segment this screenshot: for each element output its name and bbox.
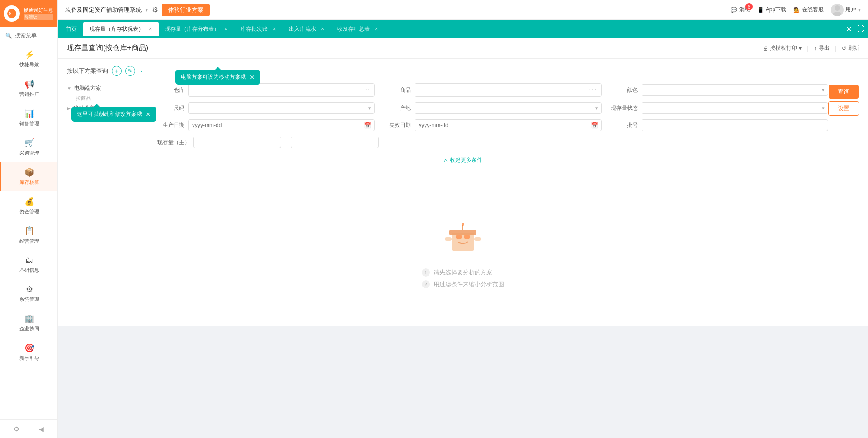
arrow-icon2: ▶ [67,106,71,111]
filter-edit-btn[interactable]: ✎ [125,66,135,76]
sidebar-item-purchase[interactable]: 🛒 采购管理 [0,132,57,162]
sidebar-item-system[interactable]: ⚙ 系统管理 [0,279,57,308]
product-label: 商品 [384,86,411,94]
sidebar-item-basic[interactable]: 🗂 基础信息 [0,250,57,279]
tab-close-inout-flow[interactable]: ✕ [321,26,325,32]
tab-inout-flow[interactable]: 出入库流水 ✕ [283,22,331,36]
search-menu-btn[interactable]: 🔍 搜索菜单 [5,32,52,39]
header-settings-icon[interactable]: ⚙ [152,5,158,14]
product-input[interactable]: ··· [415,83,601,97]
inventory-icon: 📦 [24,167,34,177]
reset-button[interactable]: 设置 [828,101,859,116]
collapse-bar[interactable]: ∧ 收起更多条件 [67,152,859,169]
system-dropdown-icon[interactable]: ▾ [145,6,148,13]
message-badge: 6 [745,3,753,10]
size-label: 尺码 [157,104,184,112]
tab-close-inventory-batch[interactable]: ✕ [272,26,276,32]
range-sep: — [283,139,289,146]
tooltip2-close[interactable]: ✕ [146,111,151,118]
tab-close-inventory-status[interactable]: ✕ [148,26,152,32]
settings-footer-icon[interactable]: ⚙ [14,425,19,433]
tab-fullscreen-btn[interactable]: ⛶ [855,23,866,35]
collapse-icon: ∧ [443,157,448,163]
sidebar-item-marketing[interactable]: 📢 营销推广 [0,74,57,103]
prod-date-calendar-icon[interactable]: 📅 [364,122,371,129]
sidebar-item-guide[interactable]: 🎯 新手引导 [0,338,57,367]
step1-text: 请先选择要分析的方案 [434,267,492,278]
basic-icon: 🗂 [25,255,33,265]
stock-qty-max-input[interactable] [291,137,378,148]
sidebar-item-operations[interactable]: 📋 经营管理 [0,221,57,250]
svg-point-0 [7,9,16,18]
expire-date-label: 失效日期 [384,122,411,129]
sidebar-search[interactable]: 🔍 搜索菜单 [0,27,57,44]
refresh-btn[interactable]: ↺ 刷新 [842,44,859,52]
collapse-sidebar-btn[interactable]: ◀ [39,425,44,433]
tab-close-inventory-dist[interactable]: ✕ [224,26,228,32]
sidebar-item-enterprise[interactable]: 🏢 企业协同 [0,308,57,338]
logo-badge: 标准版 [24,14,53,20]
stock-status-label: 现存量状态 [611,104,638,112]
warehouse-input[interactable]: ··· [188,83,375,97]
print-btn[interactable]: 🖨 按模板打印 ▾ [763,44,802,52]
divider1: | [807,45,808,52]
page-content: 现存量查询(按仓库+商品) 🖨 按模板打印 ▾ | ↑ 导出 | ↺ 刷新 [58,38,868,438]
sidebar-item-inventory[interactable]: 📦 库存核算 [0,162,57,191]
tab-bar: 首页 现存量（库存状况表） ✕ 现存量（库存分布表） ✕ 库存批次账 ✕ 出入库… [58,20,868,38]
tooltip-scheme-edit: 这里可以创建和修改方案哦 ✕ [71,107,156,122]
sidebar-item-quicknav[interactable]: ⚡ 快捷导航 [0,44,57,74]
quicknav-icon: ⚡ [24,50,34,60]
enterprise-icon: 🏢 [24,314,34,324]
tab-home-label: 首页 [66,25,77,33]
prod-date-input[interactable] [188,119,375,131]
filter-row-2: 尺码 产地 现存量状态 [157,102,828,114]
user-label: 用户 [845,6,856,14]
tooltip1-close[interactable]: ✕ [250,74,255,81]
tab-receipt-summary[interactable]: 收发存汇总表 ✕ [331,22,385,36]
app-download-btn[interactable]: 📱 App下载 [757,6,786,14]
tab-close-receipt-summary[interactable]: ✕ [374,26,378,32]
export-btn[interactable]: ↑ 导出 [814,44,830,52]
filter-field-origin: 产地 [384,102,601,114]
stock-status-select[interactable] [642,102,828,114]
sidebar-item-sales[interactable]: 📊 销售管理 [0,103,57,132]
filter-back-btn[interactable]: ← [139,66,147,76]
action-buttons: 查询 设置 [828,83,859,152]
expire-date-calendar-icon[interactable]: 📅 [591,122,598,129]
tab-close-all-btn[interactable]: ✕ [844,23,854,35]
stock-qty-min-input[interactable] [193,137,281,148]
step-num-1: 1 [422,268,430,277]
expire-date-input[interactable] [415,119,601,131]
filter-label: 按以下方案查询 [67,67,108,75]
filter-add-btn[interactable]: + [112,66,122,76]
origin-select[interactable] [415,102,601,114]
tab-inventory-batch[interactable]: 库存批次账 ✕ [234,22,283,36]
tab-home[interactable]: 首页 [60,22,83,36]
filter-field-stock-status: 现存量状态 [611,102,828,114]
size-select-wrapper [188,102,375,114]
user-btn[interactable]: 用户 ▾ [831,4,861,16]
empty-step-1: 1 请先选择要分析的方案 [422,267,504,278]
scheme-tree-desktop[interactable]: ▼ 电脑端方案 [67,83,142,94]
page-actions: 🖨 按模板打印 ▾ | ↑ 导出 | ↺ 刷新 [763,44,859,52]
message-btn[interactable]: 💬 消息 6 [731,6,750,14]
sidebar-item-label: 新手引导 [19,355,39,362]
warehouse-label: 仓库 [157,86,184,94]
batch-input[interactable] [642,119,828,131]
support-btn[interactable]: 💁 在线客服 [793,6,824,14]
scheme-desktop-child[interactable]: 按商品 [76,94,142,103]
filter-row-4: 现存量（主） — [157,137,828,148]
sidebar-item-finance[interactable]: 💰 资金管理 [0,191,57,221]
sidebar-item-label: 资金管理 [19,208,39,215]
tab-inventory-status[interactable]: 现存量（库存状况表） ✕ [83,22,159,36]
svg-rect-5 [449,230,476,235]
finance-icon: 💰 [24,197,34,207]
search-button[interactable]: 查询 [829,85,859,99]
size-select[interactable] [188,102,375,114]
color-select[interactable] [642,84,828,96]
trial-button[interactable]: 体验行业方案 [162,4,210,16]
empty-steps: 1 请先选择要分析的方案 2 用过滤条件来缩小分析范围 [422,267,504,290]
tab-inventory-dist[interactable]: 现存量（库存分布表） ✕ [159,22,234,36]
filter-field-color: 颜色 [611,83,828,97]
filter-field-warehouse: 仓库 ··· [157,83,375,97]
